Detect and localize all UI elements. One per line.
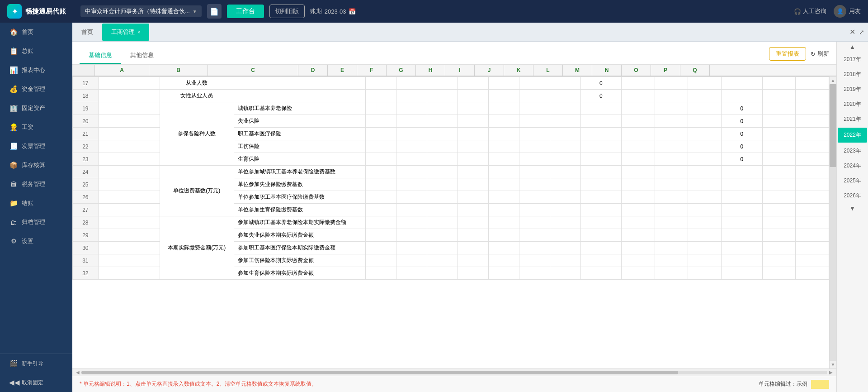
cell-f-22[interactable] (427, 140, 458, 153)
cell-k-24[interactable] (580, 166, 622, 178)
cell-h-26[interactable] (488, 191, 519, 204)
cell-k-17[interactable]: 0 (580, 77, 622, 90)
cell-l-29[interactable] (622, 229, 655, 242)
cell-i-28[interactable] (519, 216, 550, 229)
year-nav-up[interactable]: ▲ (837, 42, 868, 52)
table-row[interactable]: 19参保各险种人数城镇职工基本养老保险0 (73, 102, 829, 115)
cell-e-21[interactable] (396, 128, 427, 140)
cell-c-18[interactable] (234, 90, 365, 102)
cell-f-27[interactable] (427, 204, 458, 216)
cell-o-27[interactable] (722, 204, 763, 216)
cell-k-27[interactable] (580, 204, 622, 216)
cell-c-30[interactable]: 参加职工基本医疗保险本期实际缴费金额 (234, 242, 365, 254)
cell-l-17[interactable] (622, 77, 655, 90)
cell-q-32[interactable] (796, 267, 829, 280)
cell-k-28[interactable] (580, 216, 622, 229)
cell-f-17[interactable] (427, 77, 458, 90)
cell-k-21[interactable] (580, 128, 622, 140)
cell-m-31[interactable] (655, 254, 688, 267)
cell-m-26[interactable] (655, 191, 688, 204)
cell-d-21[interactable] (365, 128, 396, 140)
cell-c-25[interactable]: 单位参加失业保险缴费基数 (234, 178, 365, 191)
cell-b-18[interactable]: 女性从业人员 (160, 90, 234, 102)
cell-m-27[interactable] (655, 204, 688, 216)
cell-l-21[interactable] (622, 128, 655, 140)
cell-a-23[interactable] (98, 153, 160, 166)
cell-h-32[interactable] (488, 267, 519, 280)
doc-icon[interactable]: 📄 (207, 4, 222, 19)
cell-j-28[interactable] (550, 216, 580, 229)
cell-f-19[interactable] (427, 102, 458, 115)
cell-f-25[interactable] (427, 178, 458, 191)
cell-p-17[interactable] (762, 77, 796, 90)
cell-h-20[interactable] (488, 115, 519, 128)
sidebar-item-总账[interactable]: 📋总账 (0, 42, 72, 61)
sidebar-item-库存核算[interactable]: 📦库存核算 (0, 156, 72, 175)
cell-i-20[interactable] (519, 115, 550, 128)
cell-d-22[interactable] (365, 140, 396, 153)
cell-l-19[interactable] (622, 102, 655, 115)
cell-o-32[interactable] (722, 267, 763, 280)
cell-d-28[interactable] (365, 216, 396, 229)
close-panel-icon[interactable]: ✕ (849, 28, 855, 36)
cell-a-27[interactable] (98, 204, 160, 216)
cell-i-21[interactable] (519, 128, 550, 140)
cell-p-22[interactable] (762, 140, 796, 153)
cell-q-28[interactable] (796, 216, 829, 229)
cell-k-25[interactable] (580, 178, 622, 191)
sidebar-item-税务管理[interactable]: 🏛税务管理 (0, 175, 72, 194)
cell-j-26[interactable] (550, 191, 580, 204)
cell-o-30[interactable] (722, 242, 763, 254)
company-selector[interactable]: 中审众环会计师事务所（特殊普通合伙... ▼ (80, 5, 202, 17)
cell-e-31[interactable] (396, 254, 427, 267)
cell-c-31[interactable]: 参加工伤保险本期实际缴费金额 (234, 254, 365, 267)
expand-icon[interactable]: ⤢ (859, 29, 864, 36)
cell-d-24[interactable] (365, 166, 396, 178)
cell-j-18[interactable] (550, 90, 580, 102)
cell-d-20[interactable] (365, 115, 396, 128)
cell-n-30[interactable] (688, 242, 722, 254)
cell-m-21[interactable] (655, 128, 688, 140)
cell-c-26[interactable]: 单位参加职工基本医疗保险缴费基数 (234, 191, 365, 204)
cell-o-29[interactable] (722, 229, 763, 242)
cell-j-25[interactable] (550, 178, 580, 191)
cell-p-26[interactable] (762, 191, 796, 204)
cell-k-29[interactable] (580, 229, 622, 242)
cell-d-30[interactable] (365, 242, 396, 254)
calendar-icon[interactable]: 📅 (349, 8, 356, 15)
cell-g-21[interactable] (458, 128, 488, 140)
year-item-2021[interactable]: 2021年 (837, 112, 868, 127)
cell-n-22[interactable] (688, 140, 722, 153)
cell-q-18[interactable] (796, 90, 829, 102)
cell-b-24[interactable]: 单位缴费基数(万元) (160, 166, 234, 216)
cell-n-29[interactable] (688, 229, 722, 242)
refresh-button[interactable]: ↻ 刷新 (811, 47, 829, 61)
reset-report-button[interactable]: 重置报表 (769, 47, 806, 61)
year-item-2026[interactable]: 2026年 (837, 188, 868, 203)
cell-f-21[interactable] (427, 128, 458, 140)
table-row[interactable]: 17从业人数0 (73, 77, 829, 90)
cell-o-19[interactable]: 0 (722, 102, 763, 115)
cell-l-25[interactable] (622, 178, 655, 191)
cell-m-32[interactable] (655, 267, 688, 280)
cell-a-18[interactable] (98, 90, 160, 102)
cell-m-23[interactable] (655, 153, 688, 166)
spreadsheet-scroll-area[interactable]: 17从业人数018女性从业人员019参保各险种人数城镇职工基本养老保险020失业… (72, 76, 829, 368)
cell-d-17[interactable] (365, 77, 396, 90)
sidebar-item-资金管理[interactable]: 💰资金管理 (0, 80, 72, 99)
cell-a-28[interactable] (98, 216, 160, 229)
cell-e-30[interactable] (396, 242, 427, 254)
scroll-thumb[interactable] (830, 84, 836, 167)
cell-d-27[interactable] (365, 204, 396, 216)
cell-d-18[interactable] (365, 90, 396, 102)
sidebar-item-首页[interactable]: 🏠首页 (0, 23, 72, 42)
cell-h-25[interactable] (488, 178, 519, 191)
year-item-2025[interactable]: 2025年 (837, 173, 868, 188)
cell-p-21[interactable] (762, 128, 796, 140)
cell-c-27[interactable]: 单位参加生育保险缴费基数 (234, 204, 365, 216)
cell-m-20[interactable] (655, 115, 688, 128)
cell-l-24[interactable] (622, 166, 655, 178)
cell-l-31[interactable] (622, 254, 655, 267)
cell-e-20[interactable] (396, 115, 427, 128)
cell-h-31[interactable] (488, 254, 519, 267)
